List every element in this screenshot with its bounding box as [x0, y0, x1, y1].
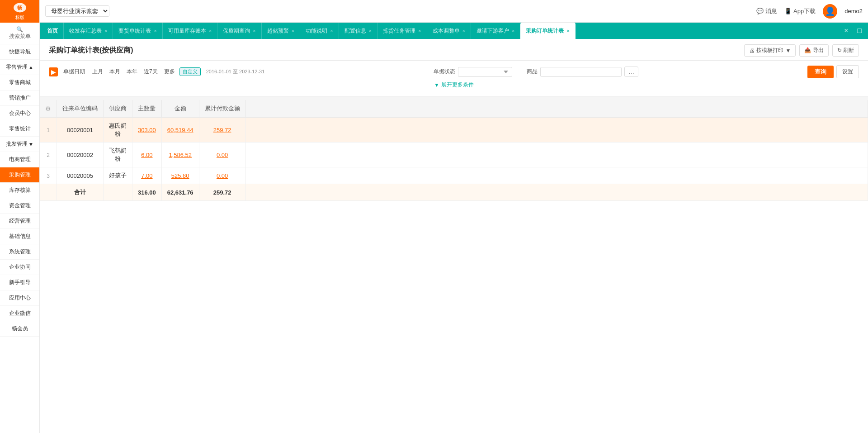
shortcut-more[interactable]: 更多	[162, 67, 177, 76]
tab-order-stats-close[interactable]: ×	[566, 28, 569, 33]
row-qty-2[interactable]: 6.00	[132, 143, 162, 167]
row-num-1: 1	[40, 118, 57, 143]
data-table: ⚙ 往来单位编码 供应商 主数量 金额 累计付款金额 1 00020001	[40, 100, 868, 201]
purchase-label: 采购管理	[9, 171, 31, 178]
sidebar-item-inventory[interactable]: 库存核算	[0, 183, 39, 198]
sidebar: 畅 标版 🔍 搜索菜单 快捷导航 零售管理 ▲ 零售商城 营销推广 会员中心 零…	[0, 0, 40, 433]
page-content: 采购订单统计表(按供应商) 🖨 按模板打印 ▼ 📤 导出 ↻ 刷新	[40, 39, 868, 433]
sidebar-item-quick-nav[interactable]: 快捷导航	[0, 44, 39, 60]
tab-guide-label: 功能说明	[306, 27, 327, 35]
tab-invite-close[interactable]: ×	[512, 28, 514, 33]
expand-more-label: 展开更多条件	[441, 81, 474, 89]
sidebar-item-enterprise[interactable]: 企业协同	[0, 260, 39, 275]
tab-cost-close[interactable]: ×	[462, 28, 465, 33]
tab-collection-close[interactable]: ×	[104, 28, 107, 33]
sidebar-item-purchase[interactable]: 采购管理	[0, 167, 39, 183]
goods-more-button[interactable]: …	[624, 67, 638, 77]
print-button[interactable]: 🖨 按模板打印 ▼	[744, 44, 796, 57]
tab-config-close[interactable]: ×	[369, 28, 372, 33]
sidebar-item-finance[interactable]: 资金管理	[0, 198, 39, 214]
row-paid-2[interactable]: 0.00	[199, 143, 245, 167]
settings-button[interactable]: 设置	[836, 65, 859, 78]
shortcut-7days[interactable]: 近7天	[142, 67, 160, 76]
tab-close-all-btn[interactable]: ×	[841, 26, 851, 36]
row-amount-3[interactable]: 525.80	[161, 167, 199, 184]
shortcut-custom[interactable]: 自定义	[179, 67, 201, 76]
row-paid-1[interactable]: 259.72	[199, 118, 245, 143]
table-header-row: ⚙ 往来单位编码 供应商 主数量 金额 累计付款金额	[40, 100, 868, 118]
tab-bar: 首页 收发存汇总表 × 要货单统计表 × 可用量库存账本 × 保质期查询 × 超…	[40, 23, 868, 39]
sidebar-item-member[interactable]: 会员中心	[0, 106, 39, 121]
sidebar-item-basic[interactable]: 基础信息	[0, 229, 39, 244]
row-amount-1[interactable]: 60,519.44	[161, 118, 199, 143]
row-supplier-2: 飞鹤奶粉	[104, 143, 132, 167]
table-gear-icon[interactable]: ⚙	[45, 105, 51, 112]
account-selector[interactable]: 母婴行业演示账套	[45, 5, 109, 17]
enterprise-label: 企业协同	[9, 264, 31, 270]
table-header-qty: 主数量	[132, 100, 162, 118]
tab-order-stats[interactable]: 采购订单统计表 ×	[520, 23, 575, 39]
sidebar-item-newbie[interactable]: 新手引导	[0, 275, 39, 290]
tab-config[interactable]: 配置信息 ×	[339, 23, 377, 39]
table-header-gear[interactable]: ⚙	[40, 100, 57, 118]
sidebar-item-retail-store[interactable]: 零售商城	[0, 75, 39, 90]
row-qty-3[interactable]: 7.00	[132, 167, 162, 184]
export-button[interactable]: 📤 导出	[799, 44, 828, 57]
tab-guide[interactable]: 功能说明 ×	[300, 23, 339, 39]
tab-guide-close[interactable]: ×	[330, 28, 333, 33]
table-footer-row: 合计 316.00 62,631.76 259.72	[40, 184, 868, 201]
tab-home[interactable]: 首页	[42, 23, 64, 39]
search-menu[interactable]: 🔍 搜索菜单	[0, 23, 39, 44]
tab-collection[interactable]: 收发存汇总表 ×	[64, 23, 113, 39]
status-filter-select[interactable]	[458, 67, 512, 77]
message-button[interactable]: 💬 消息	[756, 7, 777, 15]
goods-filter-input[interactable]	[540, 67, 622, 77]
filter-toggle-button[interactable]: ▶	[49, 67, 58, 76]
shortcut-this-month[interactable]: 本月	[108, 67, 122, 76]
tab-expand-btn[interactable]: □	[854, 26, 864, 36]
user-avatar[interactable]: 👤	[823, 4, 837, 19]
refresh-icon: ↻	[837, 47, 842, 53]
sidebar-item-ecommerce[interactable]: 电商管理	[0, 152, 39, 167]
tab-inventory-book[interactable]: 可用量库存账本 ×	[163, 23, 217, 39]
row-amount-2[interactable]: 1,586.52	[161, 143, 199, 167]
finance-label: 资金管理	[9, 202, 31, 209]
app-download-button[interactable]: 📱 App下载	[784, 7, 816, 15]
sidebar-item-marketing[interactable]: 营销推广	[0, 90, 39, 106]
shortcut-this-year[interactable]: 本年	[125, 67, 139, 76]
row-paid-3[interactable]: 0.00	[199, 167, 245, 184]
tab-overstock-label: 超储预警	[267, 27, 289, 35]
tab-invite[interactable]: 邀请下游客户 ×	[471, 23, 520, 39]
refresh-button[interactable]: ↻ 刷新	[832, 44, 859, 57]
row-qty-1[interactable]: 303.00	[132, 118, 162, 143]
wholesale-arrow: ▼	[28, 141, 34, 148]
sidebar-item-member2[interactable]: 畅会员	[0, 321, 39, 337]
tab-purchase-stats[interactable]: 要货单统计表 ×	[113, 23, 162, 39]
top-header: 母婴行业演示账套 💬 消息 📱 App下载 👤 demo2	[40, 0, 868, 23]
tab-purchase-stats-close[interactable]: ×	[154, 28, 156, 33]
basic-label: 基础信息	[9, 233, 31, 239]
sidebar-item-wechat[interactable]: 企业微信	[0, 306, 39, 321]
tab-task-close[interactable]: ×	[418, 28, 421, 33]
query-button[interactable]: 查询	[807, 66, 834, 78]
tab-task[interactable]: 拣货任务管理 ×	[377, 23, 427, 39]
marketing-label: 营销推广	[9, 95, 31, 101]
tab-expiry[interactable]: 保质期查询 ×	[217, 23, 261, 39]
sidebar-item-retail-mgmt[interactable]: 零售管理 ▲	[0, 60, 39, 75]
tab-inventory-book-close[interactable]: ×	[209, 28, 212, 33]
sidebar-item-wholesale[interactable]: 批发管理 ▼	[0, 137, 39, 152]
operations-label: 经营管理	[9, 218, 31, 224]
sidebar-item-system[interactable]: 系统管理	[0, 244, 39, 260]
table-container: ⚙ 往来单位编码 供应商 主数量 金额 累计付款金额 1 00020001	[40, 100, 868, 433]
tab-expiry-close[interactable]: ×	[253, 28, 255, 33]
tab-cost[interactable]: 成本调整单 ×	[427, 23, 471, 39]
tab-overstock-close[interactable]: ×	[292, 28, 294, 33]
inventory-label: 库存核算	[9, 187, 31, 193]
expand-more-button[interactable]: ▼ 展开更多条件	[49, 78, 859, 91]
sidebar-item-retail-stats[interactable]: 零售统计	[0, 121, 39, 137]
shortcut-last-month[interactable]: 上月	[90, 67, 105, 76]
member-label: 会员中心	[9, 110, 31, 116]
sidebar-item-operations[interactable]: 经营管理	[0, 214, 39, 229]
sidebar-item-app-center[interactable]: 应用中心	[0, 290, 39, 306]
tab-overstock[interactable]: 超储预警 ×	[262, 23, 300, 39]
